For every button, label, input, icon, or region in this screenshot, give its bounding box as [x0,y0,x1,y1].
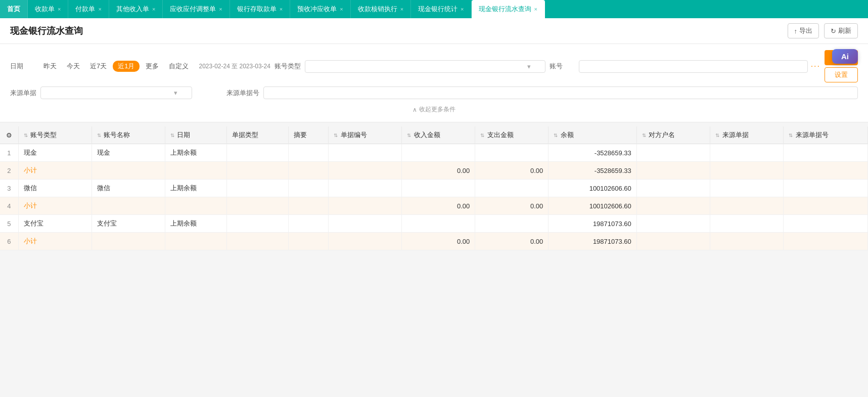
page-title: 现金银行流水查询 [10,25,83,37]
table-container: ⚙ ⇅ 账号类型 ⇅ 账号名称 ⇅ 日期 单据类型 摘要 [0,126,868,250]
collapse-icon: ∧ [413,106,417,113]
sort-icon-expense: ⇅ [480,133,484,138]
account-more-btn[interactable]: ··· [811,62,820,71]
sort-icon-account-name: ⇅ [97,133,101,138]
nav-payment[interactable]: 付款单 × [68,0,109,18]
nav-home[interactable]: 首页 [0,0,28,18]
th-doc-type: 单据类型 [227,126,289,144]
date-opt-more[interactable]: 更多 [142,61,163,72]
account-label: 账号 [550,62,575,71]
source-doc-select[interactable]: ▾ [40,86,192,99]
sort-icon-source-doc: ⇅ [715,133,719,138]
table-header-row: ⚙ ⇅ 账号类型 ⇅ 账号名称 ⇅ 日期 单据类型 摘要 [0,126,868,144]
th-account-name[interactable]: ⇅ 账号名称 [92,126,165,144]
th-expense[interactable]: ⇅ 支出金额 [475,126,549,144]
th-date[interactable]: ⇅ 日期 [165,126,226,144]
data-table: ⚙ ⇅ 账号类型 ⇅ 账号名称 ⇅ 日期 单据类型 摘要 [0,126,868,250]
nav-cash-flow-close[interactable]: × [534,6,537,12]
account-type-select[interactable]: ▾ [305,60,545,73]
table-row: 3微信微信上期余额100102606.60 [0,180,868,197]
nav-receipt-verify-close[interactable]: × [400,6,403,12]
account-input[interactable] [579,60,808,73]
nav-other-income-close[interactable]: × [152,6,155,12]
date-label: 日期 [10,62,35,71]
date-opt-7days[interactable]: 近7天 [86,61,111,72]
th-source-doc-no[interactable]: ⇅ 来源单据号 [784,126,868,144]
filter-row-source: 来源单据 ▾ 来源单据号 [10,86,858,99]
date-opt-custom[interactable]: 自定义 [165,61,193,72]
nav-receipt-close[interactable]: × [58,6,61,12]
nav-receipt-verify[interactable]: 收款核销执行 × [351,0,411,18]
source-doc-no-input[interactable] [263,86,858,99]
nav-ar-ap-close[interactable]: × [219,6,222,12]
sort-icon-counterpart: ⇅ [642,133,646,138]
date-opt-yesterday[interactable]: 昨天 [39,61,61,72]
account-type-label: 账号类型 [275,62,301,71]
export-button[interactable]: ↑ 导出 [788,23,819,38]
nav-receipt[interactable]: 收款单 × [28,0,68,18]
nav-payment-close[interactable]: × [98,6,101,12]
date-opt-today[interactable]: 今天 [63,61,84,72]
sort-icon-doc-no: ⇅ [334,133,338,138]
top-nav: 首页 收款单 × 付款单 × 其他收入单 × 应收应付调整单 × 银行存取款单 … [0,0,868,18]
nav-other-income[interactable]: 其他收入单 × [109,0,163,18]
nav-pre-receive-close[interactable]: × [340,6,343,12]
collapse-bar[interactable]: ∧ 收起更多条件 [10,103,858,118]
nav-ar-ap-adjust[interactable]: 应收应付调整单 × [163,0,230,18]
header-actions: ↑ 导出 ↻ 刷新 [788,23,858,38]
page-header: 现金银行流水查询 ↑ 导出 ↻ 刷新 [0,18,868,44]
date-options: 昨天 今天 近7天 近1月 更多 自定义 [39,61,193,72]
source-doc-no-label: 来源单据号 [226,89,259,98]
filter-row-date: 日期 昨天 今天 近7天 近1月 更多 自定义 2023-02-24 至 202… [10,50,858,82]
refresh-icon: ↻ [831,27,836,35]
th-doc-no[interactable]: ⇅ 单据编号 [329,126,402,144]
sort-icon-balance: ⇅ [554,133,558,138]
nav-cash-stats[interactable]: 现金银行统计 × [411,0,471,18]
collapse-label: 收起更多条件 [419,105,455,114]
filter-area: 日期 昨天 今天 近7天 近1月 更多 自定义 2023-02-24 至 202… [0,44,868,122]
source-doc-chevron-icon: ▾ [174,89,177,97]
sort-icon-account-type: ⇅ [24,133,28,138]
ai-badge[interactable]: Ai [832,49,858,64]
th-source-doc[interactable]: ⇅ 来源单据 [710,126,783,144]
nav-pre-receive[interactable]: 预收冲应收单 × [290,0,350,18]
nav-bank-deposit-close[interactable]: × [280,6,283,12]
table-row: 5支付宝支付宝上期余额19871073.60 [0,215,868,233]
table-row: 6小计0.000.0019871073.60 [0,233,868,250]
table-row: 1现金现金上期余额-3528659.33 [0,144,868,162]
date-range-display: 2023-02-24 至 2023-03-24 [199,62,270,71]
nav-cash-flow-query[interactable]: 现金银行流水查询 × [472,0,545,18]
source-doc-label: 来源单据 [10,89,36,98]
sort-icon-source-doc-no: ⇅ [789,133,793,138]
export-icon: ↑ [794,27,798,35]
date-opt-1month[interactable]: 近1月 [113,61,140,72]
sort-icon-income: ⇅ [407,133,411,138]
th-gear[interactable]: ⚙ [0,126,18,144]
nav-cash-stats-close[interactable]: × [461,6,464,12]
th-balance[interactable]: ⇅ 余额 [549,126,636,144]
account-type-chevron-icon: ▾ [527,63,531,70]
table-row: 4小计0.000.00100102606.60 [0,197,868,215]
table-row: 2小计0.000.00-3528659.33 [0,162,868,180]
refresh-button[interactable]: ↻ 刷新 [824,23,858,38]
th-summary: 摘要 [289,126,329,144]
th-counterpart[interactable]: ⇅ 对方户名 [636,126,710,144]
nav-bank-deposit[interactable]: 银行存取款单 × [230,0,290,18]
th-income[interactable]: ⇅ 收入金额 [402,126,475,144]
sort-icon-date: ⇅ [170,133,174,138]
settings-button[interactable]: 设置 [825,67,858,82]
th-account-type[interactable]: ⇅ 账号类型 [18,126,92,144]
